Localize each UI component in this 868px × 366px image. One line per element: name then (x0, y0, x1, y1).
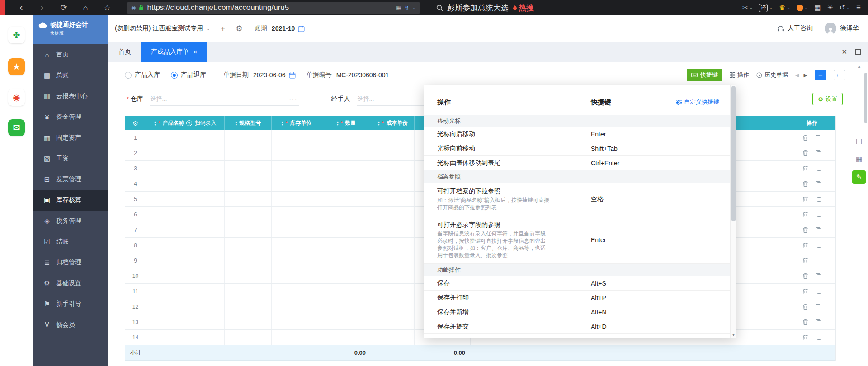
url-bar[interactable]: ◉ https://cloud.chanjet.com/accounting/u… (127, 2, 420, 14)
url-text[interactable]: https://cloud.chanjet.com/accounting/uru… (147, 3, 289, 12)
close-all-icon[interactable]: ✕ (841, 48, 847, 56)
radio-checked-icon[interactable] (171, 72, 178, 79)
cell-price[interactable] (371, 314, 415, 329)
close-tab-icon[interactable]: × (193, 48, 197, 56)
header-qty[interactable]: ▲▼ * 数量 (321, 116, 371, 130)
cell-qty[interactable] (321, 145, 371, 160)
cell-price[interactable] (371, 192, 415, 206)
app-icon-weibo-eye[interactable]: ◉ (8, 89, 25, 106)
cell-unit[interactable] (272, 176, 321, 191)
copy-row-icon[interactable] (816, 334, 821, 340)
sidebar-item-fixed-assets[interactable]: ▦固定资产 (33, 127, 108, 148)
sidebar-item-home[interactable]: ⌂首页 (33, 44, 108, 65)
user-name[interactable]: 徐泽华 (840, 24, 859, 33)
tab-product-inbound[interactable]: 产成品入库单 × (141, 42, 207, 62)
customize-shortcuts-link[interactable]: 自定义快捷键 (676, 98, 719, 106)
avatar[interactable] (825, 23, 836, 34)
delete-row-icon[interactable] (802, 227, 808, 233)
vip-crown-icon[interactable]: ♛⌄ (779, 4, 790, 12)
dock-edit-doc-icon[interactable]: ✎ (852, 170, 866, 184)
cell-price[interactable] (371, 284, 415, 299)
menu-icon[interactable]: ≡ (856, 0, 861, 15)
prev-doc-icon[interactable]: ◀ (795, 72, 799, 78)
cell-price[interactable] (371, 330, 415, 345)
radio-product-return[interactable]: 产品退库 (171, 71, 206, 79)
sidebar-item-archive[interactable]: ≣归档管理 (33, 252, 108, 273)
cell-price[interactable] (371, 299, 415, 314)
extension-orange-icon[interactable]: ⌄ (797, 5, 808, 11)
delete-row-icon[interactable] (802, 165, 808, 172)
copy-row-icon[interactable] (816, 288, 821, 294)
copy-row-icon[interactable] (816, 165, 821, 171)
account-set-dropdown[interactable]: (勿删勿禁用) 江西服宝测试专用 (115, 24, 203, 33)
cell-unit[interactable] (272, 222, 321, 237)
screenshot-scissors-icon[interactable]: ✂⌄ (742, 4, 753, 12)
chevron-down-icon[interactable]: ⌄ (206, 26, 210, 31)
delete-row-icon[interactable] (802, 319, 808, 325)
sidebar-item-funds[interactable]: ¥资金管理 (33, 107, 108, 127)
cell-price[interactable] (371, 253, 415, 268)
cell-price[interactable] (371, 176, 415, 191)
delete-row-icon[interactable] (802, 211, 808, 218)
cell-price[interactable] (371, 145, 415, 160)
cell-unit[interactable] (272, 284, 321, 299)
app-icon-star[interactable]: ★ (8, 58, 25, 75)
sidebar-item-closing[interactable]: ☑结账 (33, 231, 108, 252)
copy-row-icon[interactable] (816, 211, 821, 217)
cell-product-name[interactable] (146, 314, 225, 329)
history-docs-button[interactable]: 历史单据 (756, 71, 788, 79)
cell-unit[interactable] (272, 192, 321, 206)
qr-grid-icon[interactable]: ▦ (396, 5, 401, 11)
copy-row-icon[interactable] (816, 196, 821, 202)
delete-row-icon[interactable] (802, 135, 808, 141)
cell-unit[interactable] (272, 330, 321, 345)
hot-search-badge[interactable]: 热搜 (512, 3, 534, 13)
fullscreen-icon[interactable] (855, 49, 861, 55)
cell-product-name[interactable] (146, 176, 225, 191)
detail-view-toggle-icon[interactable]: ≔ (834, 70, 845, 80)
reference-picker-icon[interactable]: ··· (287, 95, 299, 102)
cell-product-name[interactable] (146, 330, 225, 345)
add-account-set-icon[interactable]: ＋ (219, 23, 227, 34)
cell-spec[interactable] (225, 192, 272, 206)
cell-qty[interactable] (321, 238, 371, 253)
delete-row-icon[interactable] (802, 181, 808, 187)
bookmark-star-icon[interactable]: ☆ (101, 0, 113, 15)
radio-product-inbound[interactable]: 产品入库 (125, 71, 160, 79)
cell-unit[interactable] (272, 314, 321, 329)
copy-row-icon[interactable] (816, 227, 821, 233)
cell-product-name[interactable] (146, 268, 225, 283)
cell-price[interactable] (371, 222, 415, 237)
header-product-name[interactable]: ▲▼ * 产品名称 ? 扫码录入 (146, 116, 225, 130)
cell-price[interactable] (371, 207, 415, 222)
sidebar-item-general-ledger[interactable]: ▤总账 (33, 65, 108, 86)
cell-qty[interactable] (321, 253, 371, 268)
support-button[interactable]: 人工咨询 (777, 24, 813, 33)
radio-circle-icon[interactable] (125, 72, 132, 79)
copy-row-icon[interactable] (816, 319, 821, 325)
refresh-icon[interactable]: ⟳ (58, 0, 70, 15)
scroll-down-icon[interactable]: ▼ (731, 333, 736, 337)
cell-qty[interactable] (321, 176, 371, 191)
cell-spec[interactable] (225, 253, 272, 268)
popup-scrollbar-thumb[interactable] (731, 86, 736, 221)
cell-product-name[interactable] (146, 284, 225, 299)
cell-spec[interactable] (225, 161, 272, 176)
column-settings-button[interactable]: ⚙ 设置 (812, 93, 843, 105)
header-price[interactable]: ▲▼ * 成本单价 (371, 116, 415, 130)
scrollbar-thumb[interactable] (864, 73, 867, 123)
cell-qty[interactable] (321, 222, 371, 237)
cell-product-name[interactable] (146, 192, 225, 206)
home-icon[interactable]: ⌂ (80, 0, 91, 15)
sidebar-item-basic-settings[interactable]: ⚙基础设置 (33, 273, 108, 294)
cell-price[interactable] (371, 130, 415, 145)
doc-date-value[interactable]: 2023-06-06 (253, 71, 286, 79)
cell-qty[interactable] (321, 268, 371, 283)
cell-unit[interactable] (272, 207, 321, 222)
cell-price[interactable] (371, 268, 415, 283)
sidebar-item-cloud-reports[interactable]: ▥云报表中心 (33, 86, 108, 107)
lightning-icon[interactable]: ↯ (405, 5, 410, 11)
next-doc-icon[interactable]: ▶ (804, 72, 807, 78)
list-view-toggle-icon[interactable]: ≣ (815, 70, 826, 80)
delete-row-icon[interactable] (802, 304, 808, 310)
